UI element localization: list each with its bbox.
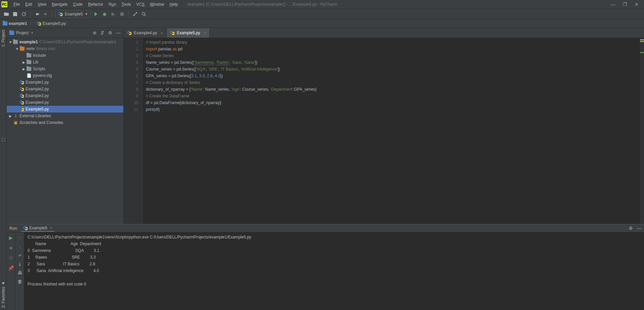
tree-file-selected[interactable]: Example5.py (7, 106, 123, 113)
gear-icon[interactable]: ⚙ (629, 226, 633, 231)
print-icon[interactable]: 🖶 (16, 269, 23, 276)
tree-file[interactable]: Example2.py (7, 86, 123, 92)
menu-run[interactable]: Run (106, 1, 119, 8)
run-output[interactable]: C:\Users\DELL\PycharmProjects\example1\v… (24, 232, 644, 310)
locate-icon[interactable]: ⊕ (93, 30, 96, 35)
back-icon[interactable] (33, 10, 41, 18)
expand-arrow-icon[interactable]: ▶ (8, 114, 13, 118)
tree-file[interactable]: Example4.py (7, 99, 123, 106)
python-file-icon (37, 21, 41, 26)
run-config-selector[interactable]: Example5 ▼ (55, 10, 91, 18)
breadcrumb-file[interactable]: Example5.py (37, 21, 66, 26)
python-file-icon (19, 107, 24, 112)
menu-navigate[interactable]: Navigate (49, 1, 70, 8)
expand-icon[interactable]: ⇵ (100, 30, 104, 35)
tree-external-libs[interactable]: ▶ ⫴ External Libraries (7, 113, 123, 119)
menu-help[interactable]: Help (167, 1, 181, 8)
minimize-icon[interactable]: — (611, 2, 615, 7)
code-content[interactable]: # Import pandas library import pandas as… (143, 38, 640, 224)
menu-vcs[interactable]: VCS (133, 1, 147, 8)
editor-area: Example4.py × Example5.py × 123456789101… (124, 28, 644, 224)
expand-arrow-icon[interactable]: ▼ (15, 47, 19, 51)
menu-tools[interactable]: Tools (119, 1, 133, 8)
sidebar-structure-tab[interactable]: ⬚ (1, 138, 6, 142)
tree-scripts[interactable]: ▶ Scripts (7, 65, 123, 72)
pin-icon[interactable]: 📌 (8, 265, 14, 271)
up-icon[interactable]: ↑ (16, 234, 23, 241)
forward-icon[interactable] (42, 10, 49, 18)
project-panel: Project ▼ ⊕ ⇵ ⚙ — ▼ example1 (7, 28, 124, 224)
folder-icon (27, 53, 31, 57)
tree-venv[interactable]: ▼ venv library root (7, 45, 123, 52)
menu-window[interactable]: Window (147, 1, 167, 8)
dropdown-icon: ▼ (85, 12, 88, 16)
menu-view[interactable]: View (35, 1, 49, 8)
debug-icon[interactable] (101, 10, 108, 18)
menu-code[interactable]: Code (70, 1, 85, 8)
tree-include[interactable]: Include (7, 52, 123, 59)
error-stripe[interactable] (640, 38, 644, 224)
close-tab-icon[interactable]: × (160, 31, 163, 36)
svg-point-1 (113, 14, 115, 16)
python-file-icon (19, 80, 24, 85)
stop-icon[interactable] (118, 10, 126, 18)
open-icon[interactable] (3, 10, 10, 18)
breadcrumb-project[interactable]: example1 (3, 21, 27, 26)
tree-file[interactable]: Example1.py (7, 79, 123, 86)
menu-edit[interactable]: Edit (23, 1, 35, 8)
run-coverage-icon[interactable] (110, 10, 117, 18)
run-icon[interactable] (92, 10, 99, 18)
close-tab-icon[interactable]: × (50, 226, 52, 230)
window-title: example1 [C:\Users\DELL\PycharmProjects\… (187, 2, 337, 7)
tree-lib[interactable]: ▶ Lib (7, 59, 123, 65)
gear-icon[interactable]: ⚙ (108, 30, 112, 35)
python-file-icon (19, 87, 24, 91)
tree-scratches[interactable]: ▣ Scratches and Consoles (7, 119, 123, 126)
python-file-icon (19, 100, 24, 105)
svg-point-4 (142, 12, 145, 15)
app-icon: PC (1, 1, 7, 7)
tree-file[interactable]: Example3.py (7, 92, 123, 99)
svg-point-0 (103, 13, 106, 16)
maximize-icon[interactable]: ❐ (623, 2, 627, 7)
tree-project-root[interactable]: ▼ example1 C:\Users\DELL\PycharmProjects… (7, 39, 123, 45)
menu-refactor[interactable]: Refactor (85, 1, 106, 8)
stop-icon[interactable]: ■ (8, 245, 14, 251)
run-config-name: Example5 (65, 12, 83, 16)
restart-icon[interactable]: ⟳ (8, 255, 14, 261)
run-tab[interactable]: Example5 × (21, 225, 54, 232)
sidebar-favorites-tab[interactable]: 2: Favorites★ (1, 281, 6, 308)
library-icon: ⫴ (13, 114, 18, 118)
clear-icon[interactable]: 🗑 (16, 278, 23, 285)
toolbar: Example5 ▼ (0, 9, 644, 19)
code-editor[interactable]: 1234567891011 # Import pandas library im… (124, 38, 644, 224)
search-icon[interactable] (140, 10, 148, 18)
soft-wrap-icon[interactable]: ⤶ (16, 252, 23, 259)
python-icon (23, 226, 28, 230)
breadcrumb: example1 〉 Example5.py (0, 19, 644, 28)
run-panel-title: Run: (9, 226, 18, 231)
dropdown-icon[interactable]: ▼ (31, 31, 34, 35)
scroll-end-icon[interactable]: ⤓ (16, 261, 23, 267)
project-icon (9, 31, 14, 35)
reload-icon[interactable] (20, 10, 28, 18)
hide-icon[interactable]: — (116, 30, 121, 35)
editor-tab-active[interactable]: Example5.py × (167, 28, 210, 38)
expand-arrow-icon[interactable]: ▶ (22, 60, 26, 64)
settings-icon[interactable] (131, 10, 139, 18)
close-tab-icon[interactable]: × (203, 31, 206, 36)
close-window-icon[interactable]: ✕ (635, 2, 639, 7)
menubar: PC File Edit View Navigate Code Refactor… (0, 0, 644, 9)
sidebar-project-tab[interactable]: 1: Project (1, 30, 6, 47)
tree-pyvenv[interactable]: 📄 pyvenv.cfg (7, 72, 123, 79)
expand-arrow-icon[interactable]: ▼ (8, 40, 13, 44)
expand-arrow-icon[interactable]: ▶ (22, 67, 26, 71)
rerun-icon[interactable]: ▶ (8, 234, 14, 241)
menu-file[interactable]: File (11, 1, 23, 8)
project-tree[interactable]: ▼ example1 C:\Users\DELL\PycharmProjects… (7, 38, 123, 224)
down-icon[interactable]: ↓ (16, 243, 23, 250)
hide-icon[interactable]: — (637, 226, 641, 231)
editor-tab[interactable]: Example4.py × (124, 28, 167, 38)
save-icon[interactable] (11, 10, 19, 18)
folder-icon (20, 47, 25, 51)
